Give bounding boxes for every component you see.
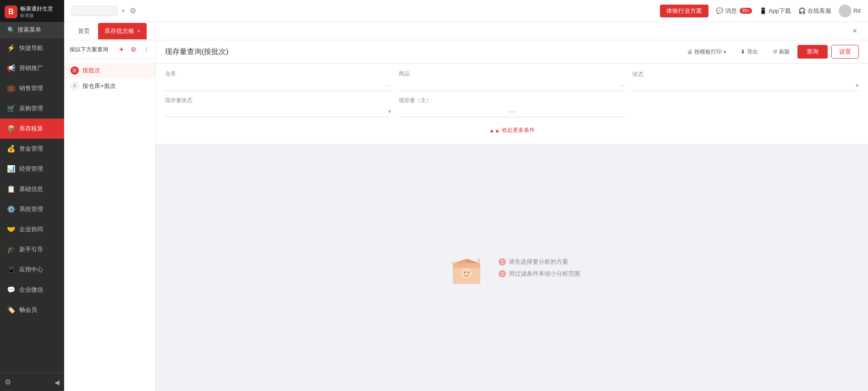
sidebar-item-label: 基础信息 — [19, 185, 43, 193]
collapse-up-icon: ▲▲ — [489, 127, 500, 134]
status-chevron-icon[interactable]: ▾ — [856, 82, 859, 89]
operations-icon: 📊 — [6, 164, 16, 174]
status-input-wrap: ▾ — [632, 80, 859, 91]
scheme-settings-icon[interactable]: ⚙ — [129, 45, 138, 54]
messages-action[interactable]: 💬 消息 99+ — [716, 7, 752, 15]
app-download-action[interactable]: 📱 App下载 — [759, 7, 791, 15]
product-dots-icon[interactable]: ··· — [620, 81, 625, 89]
sidebar-item-label: 销售管理 — [19, 84, 43, 92]
sidebar-item-purchase[interactable]: 🛒 采购管理 — [0, 98, 64, 119]
settings-button[interactable]: 设置 — [831, 45, 859, 59]
online-service-label: 在线客服 — [808, 7, 831, 15]
sidebar-item-marketing[interactable]: 📢 营销推广 — [0, 58, 64, 78]
add-scheme-button[interactable]: + — [117, 45, 126, 54]
inventory-status-chevron-icon[interactable]: ▾ — [388, 108, 391, 115]
sidebar-item-operations[interactable]: 📊 经营管理 — [0, 159, 64, 179]
svg-point-3 — [464, 272, 466, 273]
tab-bar: 首页 库存批次账 × × — [64, 22, 868, 40]
user-avatar-area[interactable]: Rit — [839, 5, 861, 17]
appstore-icon: 📱 — [6, 265, 16, 274]
scheme-item-warehouse-batch[interactable]: 库 按仓库+批次 — [64, 78, 155, 94]
sidebar-item-member[interactable]: 🏷️ 畅会员 — [0, 300, 64, 320]
sidebar-item-label: 库存核算 — [19, 125, 43, 133]
inventory-main-dash: — — [507, 108, 517, 115]
inventory-main-label: 现存量（主） — [399, 97, 625, 104]
messages-label: 消息 — [725, 7, 737, 15]
filter-row-1: 仓库 ··· 商品 ··· — [165, 70, 859, 91]
sidebar-item-appstore[interactable]: 📱 应用中心 — [0, 260, 64, 280]
svg-point-4 — [467, 272, 469, 273]
sidebar-item-label: 应用中心 — [19, 266, 43, 274]
export-icon: ⬇ — [741, 49, 745, 55]
tab-home[interactable]: 首页 — [71, 23, 96, 39]
sidebar-item-label: 新手引导 — [19, 245, 43, 254]
scheme-list: 批 按批次 库 按仓库+批次 — [64, 59, 155, 391]
marketing-icon: 📢 — [6, 64, 16, 73]
warehouse-input-wrap: ··· — [165, 80, 391, 91]
tab-panel-close[interactable]: × — [849, 27, 861, 35]
inventory-main-from[interactable] — [399, 108, 507, 115]
online-service-action[interactable]: 🎧 在线客服 — [798, 7, 831, 15]
inventory-main-wrap: — — [399, 106, 625, 117]
product-label: 商品 — [399, 70, 625, 78]
export-label: 导出 — [747, 48, 758, 56]
page-header-actions: 🖨 按模板打印 ▾ ⬇ 导出 ↺ 刷新 查询 — [683, 45, 859, 59]
sidebar-item-sales[interactable]: 💼 销售管理 — [0, 78, 64, 98]
print-chevron-icon: ▾ — [724, 49, 726, 54]
trial-button[interactable]: 体验行业方案 — [660, 5, 709, 17]
sidebar-search-label: 搜索菜单 — [17, 26, 41, 34]
warehouse-dots-icon[interactable]: ··· — [386, 81, 391, 89]
inventory-status-input[interactable] — [165, 108, 388, 115]
scheme-item-batch[interactable]: 批 按批次 — [64, 63, 155, 78]
tab-batch-account[interactable]: 库存批次账 × — [98, 23, 147, 39]
sidebar-item-label: 系统管理 — [19, 205, 43, 213]
refresh-button[interactable]: ↺ 刷新 — [769, 46, 794, 58]
export-button[interactable]: ⬇ 导出 — [737, 46, 762, 58]
sidebar-item-finance[interactable]: 💰 资金管理 — [0, 139, 64, 159]
breadcrumb-chevron-icon: ▾ — [122, 7, 125, 14]
empty-state: ✦ ✦ 1 请先选择要分析的方案 2 用过滤条件来缩小分析范围 — [156, 145, 868, 391]
warehouse-label: 仓库 — [165, 70, 391, 78]
collapse-sidebar-icon[interactable]: ◀ — [55, 379, 60, 386]
scheme-batch-label: 按批次 — [82, 66, 100, 75]
page-actions-group: 🖨 按模板打印 ▾ ⬇ 导出 ↺ 刷新 — [683, 46, 794, 58]
filter-area: 仓库 ··· 商品 ··· — [156, 64, 868, 145]
collapse-more-btn[interactable]: ▲▲ 收起更多条件 — [165, 123, 859, 138]
status-input[interactable] — [632, 82, 856, 89]
inventory-status-wrap: ▾ — [165, 106, 391, 117]
tab-close-icon[interactable]: × — [137, 28, 140, 34]
product-input[interactable] — [399, 82, 618, 89]
app-download-label: App下载 — [769, 7, 791, 15]
sidebar-item-system[interactable]: ⚙️ 系统管理 — [0, 199, 64, 219]
sidebar-header: B 畅康通好生意 标准版 — [0, 0, 64, 22]
sidebar-item-wechat[interactable]: 💬 企业微信 — [0, 280, 64, 300]
filter-group-inventory-main: 现存量（主） — — [399, 97, 625, 117]
sidebar-item-collab[interactable]: 🤝 企业协同 — [0, 219, 64, 239]
scheme-warehouse-icon: 库 — [71, 82, 79, 90]
inventory-icon: 📦 — [6, 124, 16, 133]
query-button[interactable]: 查询 — [797, 45, 828, 59]
sidebar-item-guide[interactable]: 🎓 新手引导 — [0, 239, 64, 260]
content-area: 按以下方案查询 + ⚙ 《 批 按批次 库 按仓库+批次 — [64, 40, 868, 391]
system-icon: ⚙️ — [6, 205, 16, 214]
warehouse-input[interactable] — [165, 82, 384, 89]
filter-row-2: 现存量状态 ▾ 现存量（主） — — [165, 97, 859, 117]
empty-hints: 1 请先选择要分析的方案 2 用过滤条件来缩小分析范围 — [499, 258, 580, 278]
top-gear-icon[interactable]: ⚙ — [130, 6, 136, 15]
sidebar-item-label: 企业微信 — [19, 286, 43, 294]
collapse-panel-icon[interactable]: 《 — [141, 45, 150, 54]
sidebar-item-label: 快捷导航 — [19, 44, 43, 52]
breadcrumb-input[interactable] — [71, 6, 117, 16]
finance-icon: 💰 — [6, 144, 16, 153]
sidebar-item-label: 采购管理 — [19, 104, 43, 113]
search-icon: 🔍 — [7, 27, 15, 33]
print-button[interactable]: 🖨 按模板打印 ▾ — [683, 46, 730, 58]
sidebar-search[interactable]: 🔍 搜索菜单 — [0, 22, 64, 38]
settings-icon[interactable]: ⚙ — [5, 378, 11, 386]
sidebar-item-quick-nav[interactable]: ⚡ 快捷导航 — [0, 38, 64, 58]
sidebar-item-inventory[interactable]: 📦 库存核算 — [0, 119, 64, 139]
empty-illustration: ✦ ✦ — [444, 245, 489, 291]
page-title: 现存量查询(按批次) — [165, 47, 229, 57]
sidebar-item-basic[interactable]: 📋 基础信息 — [0, 179, 64, 199]
inventory-main-to[interactable] — [517, 108, 626, 115]
